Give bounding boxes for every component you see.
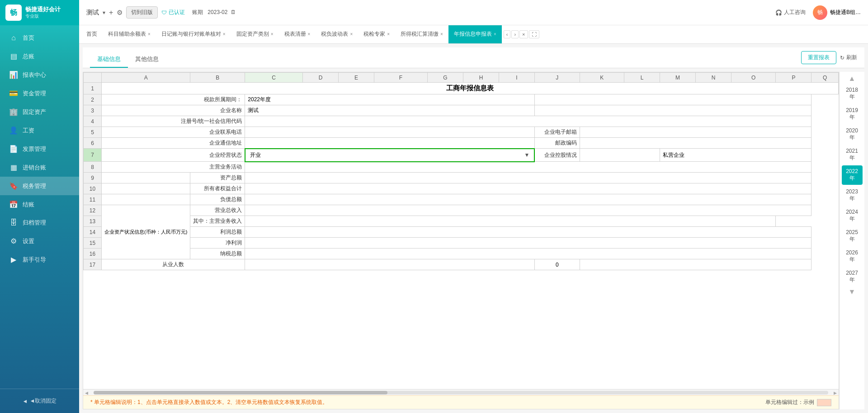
sidebar-item-inventory[interactable]: ▦ 进销台账 — [0, 158, 79, 177]
year-down-button[interactable]: ▼ — [840, 288, 864, 296]
cell-5-j-val[interactable] — [580, 127, 811, 138]
col-header-i[interactable]: I — [499, 73, 534, 83]
col-header-d[interactable]: D — [303, 73, 339, 83]
col-header-b[interactable]: B — [190, 73, 245, 83]
tabs-close-all-button[interactable]: × — [519, 30, 528, 38]
sidebar-item-reports[interactable]: 📊 报表中心 — [0, 66, 79, 84]
spreadsheet-scroll[interactable]: A B C D E F G H I J — [83, 72, 839, 389]
sidebar-item-archive[interactable]: 🗄 归档管理 — [0, 214, 79, 232]
hscroll-thumb[interactable] — [94, 391, 387, 394]
cell-4-val[interactable] — [245, 116, 811, 127]
tab-tax-form[interactable]: 税表清册 × — [279, 25, 316, 43]
cell-16-val[interactable] — [245, 249, 811, 259]
col-header-f[interactable]: F — [374, 73, 428, 83]
cell-13-val[interactable] — [245, 216, 776, 227]
sidebar-item-guide[interactable]: ▶ 新手引导 — [0, 250, 79, 269]
col-header-q[interactable]: Q — [811, 73, 839, 83]
tab-tax-check-close[interactable]: × — [387, 32, 390, 37]
tab-annual-report-close[interactable]: × — [494, 32, 496, 37]
cell-6-j-val[interactable] — [580, 138, 811, 149]
sidebar-item-tax[interactable]: 🔖 税务管理 — [0, 177, 79, 195]
sidebar-item-assets[interactable]: 🏢 固定资产 — [0, 103, 79, 121]
cell-9-val[interactable] — [245, 173, 811, 183]
cell-10-val[interactable] — [245, 183, 811, 194]
year-item-2022[interactable]: 2022年 — [842, 165, 863, 185]
cell-6-val[interactable] — [245, 138, 535, 149]
year-item-2027[interactable]: 2027年 — [842, 267, 863, 286]
cell-2-val[interactable]: 2022年度 — [245, 94, 535, 105]
col-header-o[interactable]: O — [731, 73, 775, 83]
sidebar-item-invoice[interactable]: 📄 发票管理 — [0, 140, 79, 158]
col-header-k[interactable]: K — [580, 73, 624, 83]
sub-tab-other[interactable]: 其他信息 — [128, 52, 166, 68]
col-header-h[interactable]: H — [463, 73, 499, 83]
topbar-user[interactable]: 畅 畅捷通B组… — [813, 5, 861, 20]
sidebar-item-funds[interactable]: 💳 资金管理 — [0, 84, 79, 103]
sidebar-item-payroll[interactable]: 👤 工资 — [0, 121, 79, 140]
year-item-2024[interactable]: 2024年 — [842, 206, 863, 225]
tab-assets-type[interactable]: 固定资产类别 × — [231, 25, 279, 43]
year-up-button[interactable]: ▲ — [840, 75, 864, 83]
col-header-m[interactable]: M — [660, 73, 696, 83]
tab-home[interactable]: 首页 — [81, 25, 103, 43]
tab-tax-report[interactable]: 所得税汇算清缴 × — [395, 25, 448, 43]
col-header-g[interactable]: G — [427, 73, 463, 83]
tabs-expand-button[interactable]: ⛶ — [529, 30, 539, 38]
topbar-service-button[interactable]: 🎧 人工咨询 — [775, 9, 806, 16]
year-item-2020[interactable]: 2020年 — [842, 125, 863, 144]
tab-tax-wave-close[interactable]: × — [350, 32, 353, 37]
col-header-c[interactable]: C — [245, 73, 303, 83]
tab-tax-report-close[interactable]: × — [440, 32, 443, 37]
tab-assets-type-close[interactable]: × — [271, 32, 274, 37]
col-header-a[interactable]: A — [102, 73, 190, 83]
topbar-dropdown-icon[interactable]: ▾ — [103, 9, 105, 16]
reset-button[interactable]: 重置报表 — [801, 51, 836, 64]
sidebar-item-settings[interactable]: ⚙ 设置 — [0, 232, 79, 250]
collapse-button[interactable]: ◄ ◄取消固定 — [0, 394, 79, 408]
topbar-gear-icon[interactable]: ⚙ — [117, 9, 123, 17]
cell-7-dropdown[interactable]: 开业 ▼ — [248, 150, 532, 160]
refresh-button[interactable]: ↻ 刷新 — [840, 54, 857, 61]
tab-bank[interactable]: 日记账与银行对账单核对 × — [156, 25, 231, 43]
cell-8-val[interactable] — [245, 162, 811, 173]
tab-tax-check[interactable]: 税检专家 × — [358, 25, 395, 43]
cell-5-val[interactable] — [245, 127, 535, 138]
year-item-2025[interactable]: 2025年 — [842, 226, 863, 246]
year-item-2019[interactable]: 2019年 — [842, 104, 863, 124]
sub-tab-basic[interactable]: 基础信息 — [90, 52, 128, 68]
tab-tax-form-close[interactable]: × — [308, 32, 311, 37]
cell-3-val[interactable]: 测试 — [245, 105, 535, 116]
col-header-p[interactable]: P — [776, 73, 811, 83]
col-header-l[interactable]: L — [624, 73, 660, 83]
col-header-e[interactable]: E — [339, 73, 374, 83]
col-header-j[interactable]: J — [534, 73, 580, 83]
topbar-oldver-button[interactable]: 切到旧版 — [126, 6, 158, 19]
cell-14-val[interactable] — [245, 227, 811, 238]
sidebar-item-closing[interactable]: 📅 结账 — [0, 195, 79, 214]
year-item-2023[interactable]: 2023年 — [842, 186, 863, 205]
sidebar-item-ledger[interactable]: ▤ 总账 — [0, 47, 79, 66]
cell-11-val[interactable] — [245, 194, 811, 205]
cell-7-val[interactable]: 开业 ▼ — [245, 149, 535, 162]
tab-annual-report[interactable]: 年报信息申报表 × — [448, 25, 502, 43]
tabs-next-button[interactable]: › — [511, 30, 519, 38]
cell-15-val[interactable] — [245, 238, 811, 249]
tabs-prev-button[interactable]: ‹ — [504, 30, 511, 38]
spreadsheet-hscroll[interactable]: ◂ ▸ — [83, 389, 839, 395]
tab-aux-close[interactable]: × — [148, 32, 151, 37]
year-item-2018[interactable]: 2018年 — [842, 84, 863, 103]
tab-tax-wave[interactable]: 税负波动表 × — [316, 25, 358, 43]
tab-aux[interactable]: 科目辅助余额表 × — [103, 25, 156, 43]
cell-17-j-val[interactable]: 0 — [534, 259, 580, 270]
dropdown-arrow-icon[interactable]: ▼ — [524, 152, 530, 158]
cell-12-val[interactable] — [245, 205, 811, 216]
sidebar-item-home[interactable]: ⌂ 首页 — [0, 29, 79, 47]
topbar-add-icon[interactable]: + — [109, 9, 113, 17]
tab-bank-close[interactable]: × — [223, 32, 226, 37]
cell-7-o-val[interactable]: 私营企业 — [660, 149, 811, 162]
year-item-2026[interactable]: 2026年 — [842, 247, 863, 266]
cell-17-val[interactable] — [245, 259, 535, 270]
cell-7-k-val[interactable] — [580, 149, 660, 162]
col-header-n[interactable]: N — [696, 73, 731, 83]
cell-title[interactable]: 工商年报信息表 — [102, 83, 839, 94]
